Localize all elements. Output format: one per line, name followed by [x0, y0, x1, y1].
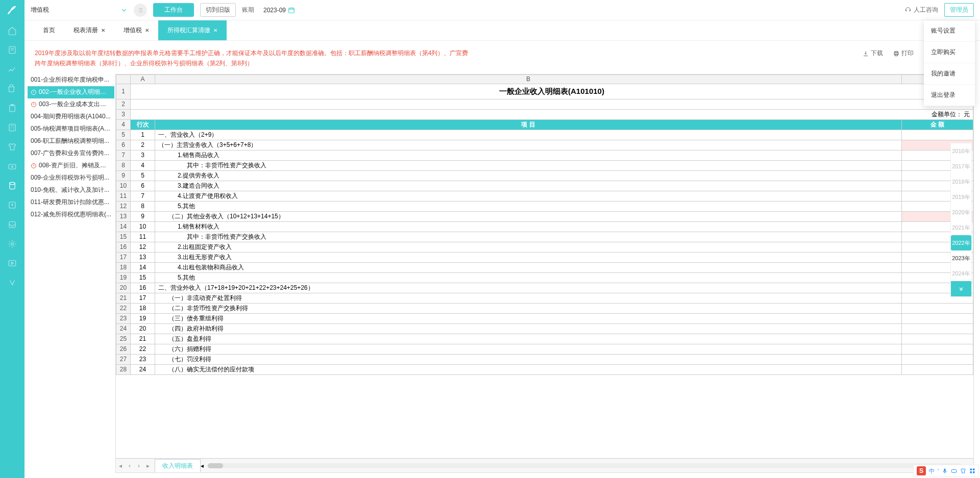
svg-rect-21 — [970, 471, 972, 473]
svg-rect-17 — [944, 469, 946, 472]
nav-item-3[interactable]: 004-期间费用明细表(A1040... — [28, 111, 114, 123]
svg-rect-9 — [9, 261, 16, 266]
module-dropdown[interactable]: 增值税 — [31, 6, 128, 14]
svg-rect-20 — [973, 469, 975, 471]
tab-close-icon[interactable]: ✕ — [101, 28, 105, 33]
nav-inbox-icon[interactable] — [7, 219, 17, 230]
year-2024年[interactable]: 2024年 — [951, 266, 971, 281]
warning-icon — [31, 102, 37, 108]
year-2018年[interactable]: 2018年 — [951, 174, 971, 189]
year-2019年[interactable]: 2019年 — [951, 189, 971, 205]
chevron-down-icon — [120, 7, 128, 14]
ime-skin-icon[interactable] — [960, 468, 966, 474]
nav-v-icon[interactable] — [7, 278, 17, 288]
tab-0[interactable]: 首页 — [34, 20, 64, 40]
nav-item-0[interactable]: 001-企业所得税年度纳税申... — [28, 74, 114, 86]
menu-my-invites[interactable]: 我的邀请 — [924, 63, 975, 85]
scroll-thumb[interactable] — [208, 463, 223, 468]
svg-point-5 — [12, 166, 13, 167]
consult-link[interactable]: 人工咨询 — [904, 6, 938, 14]
year-more-button[interactable] — [951, 281, 971, 296]
warning-icon — [31, 163, 37, 169]
nav-shirt-icon[interactable] — [7, 142, 17, 152]
sheet-tab[interactable]: 收入明细表 — [155, 459, 201, 472]
period-value: 2023-09 — [263, 7, 286, 14]
nav-bag-icon[interactable] — [7, 84, 17, 94]
nav-item-8[interactable]: 009-企业所得税弥补亏损明... — [28, 172, 114, 184]
module-name: 增值税 — [31, 6, 49, 14]
svg-point-6 — [10, 182, 15, 185]
year-2022年[interactable]: 2022年 — [951, 235, 971, 250]
ime-bar: S 中 ' — [913, 465, 979, 477]
warning-text: 2019年度涉及取以前年度结转数据的申报表单元格需要手工维护正确，才能保证本年及… — [24, 41, 484, 72]
nav-calc-icon[interactable] — [7, 122, 17, 133]
sheet-nav-first[interactable]: ◂ — [116, 462, 125, 469]
print-button[interactable]: 打印 — [893, 49, 914, 58]
nav-export-icon[interactable] — [7, 200, 17, 210]
year-2020年[interactable]: 2020年 — [951, 205, 971, 220]
ime-punct[interactable]: ' — [938, 468, 939, 474]
svg-rect-4 — [9, 164, 16, 169]
nav-item-9[interactable]: 010-免税、减计收入及加计... — [28, 184, 114, 196]
tab-1[interactable]: 税表清册✕ — [64, 20, 114, 40]
nav-clipboard-icon[interactable] — [7, 103, 17, 113]
nav-item-5[interactable]: 006-职工薪酬纳税调整明细... — [28, 135, 114, 147]
tab-close-icon[interactable]: ✕ — [213, 28, 217, 33]
svg-rect-3 — [9, 124, 15, 131]
nav-home-icon[interactable] — [7, 26, 17, 36]
year-2017年[interactable]: 2017年 — [951, 159, 971, 174]
nav-item-2[interactable]: 003-一般企业成本支出明细... — [28, 98, 114, 111]
history-button[interactable] — [134, 4, 147, 17]
menu-logout[interactable]: 退出登录 — [924, 85, 975, 106]
nav-settings-icon[interactable] — [7, 239, 17, 249]
period-picker[interactable]: 2023-09 — [260, 7, 295, 14]
tab-3[interactable]: 所得税汇算清缴✕ — [158, 20, 227, 40]
menu-buy-now[interactable]: 立即购买 — [924, 42, 975, 63]
left-sidebar — [0, 0, 24, 478]
nav-item-10[interactable]: 011-研发费用加计扣除优惠... — [28, 196, 114, 209]
scroll-left-icon[interactable]: ◂ — [201, 462, 204, 469]
headset-icon — [904, 7, 912, 14]
switch-old-button[interactable]: 切到旧版 — [200, 3, 236, 17]
sheet-nav-prev[interactable]: ‹ — [125, 462, 134, 469]
grid-area[interactable]: ABC1一般企业收入明细表(A101010)23金额单位： 元4行次项 目金 额… — [116, 74, 973, 458]
workbench-button[interactable]: 工作台 — [153, 3, 194, 17]
nav-cash-icon[interactable] — [7, 161, 17, 171]
menu-account-settings[interactable]: 账号设置 — [924, 20, 975, 42]
year-2021年[interactable]: 2021年 — [951, 220, 971, 235]
admin-button[interactable]: 管理员 — [944, 3, 974, 17]
download-button[interactable]: 下载 — [863, 49, 883, 58]
sheet-hscroll[interactable]: ◂ ▸ — [201, 462, 973, 469]
nav-item-6[interactable]: 007-广告费和业务宣传费跨... — [28, 147, 114, 160]
sheet-nav-last[interactable]: ▸ — [143, 462, 153, 469]
ime-keyboard-icon[interactable] — [951, 468, 957, 474]
warning-icon — [31, 89, 37, 95]
ime-tools-icon[interactable] — [969, 468, 975, 474]
sheet-tab-bar: ◂ ‹ › ▸ 收入明细表 ◂ ▸ — [116, 458, 973, 472]
page-tabs: 首页税表清册✕增值税✕所得税汇算清缴✕ — [24, 20, 980, 41]
calendar-icon — [288, 7, 295, 14]
year-2023年[interactable]: 2023年 — [951, 250, 971, 266]
year-2016年[interactable]: 2016年 — [951, 143, 971, 159]
app-logo — [6, 4, 18, 16]
svg-rect-18 — [952, 470, 957, 473]
nav-video-icon[interactable] — [7, 258, 17, 268]
nav-item-7[interactable]: 008-资产折旧、摊销及纳税... — [28, 160, 114, 172]
ime-lang[interactable]: 中 — [929, 467, 935, 475]
spreadsheet: ABC1一般企业收入明细表(A101010)23金额单位： 元4行次项 目金 额… — [115, 74, 974, 473]
print-icon — [893, 51, 899, 57]
ime-mic-icon[interactable] — [942, 468, 948, 474]
top-bar: 增值税 工作台 切到旧版 账期 2023-09 人工咨询 管理员 — [24, 0, 980, 20]
nav-item-11[interactable]: 012-减免所得税优惠明细表(... — [28, 209, 114, 221]
tab-close-icon[interactable]: ✕ — [145, 28, 149, 33]
tab-2[interactable]: 增值税✕ — [114, 20, 158, 40]
nav-doc-icon[interactable] — [7, 45, 17, 55]
sheet-nav-next[interactable]: › — [134, 462, 143, 469]
nav-item-1[interactable]: 002-一般企业收入明细表(A1... — [28, 86, 114, 98]
nav-chart-icon[interactable] — [7, 64, 17, 74]
svg-point-8 — [11, 243, 14, 245]
nav-item-4[interactable]: 005-纳税调整项目明细表(A1... — [28, 123, 114, 135]
svg-rect-22 — [973, 471, 975, 473]
nav-tax-icon[interactable] — [7, 181, 17, 191]
ime-logo[interactable]: S — [917, 466, 926, 475]
